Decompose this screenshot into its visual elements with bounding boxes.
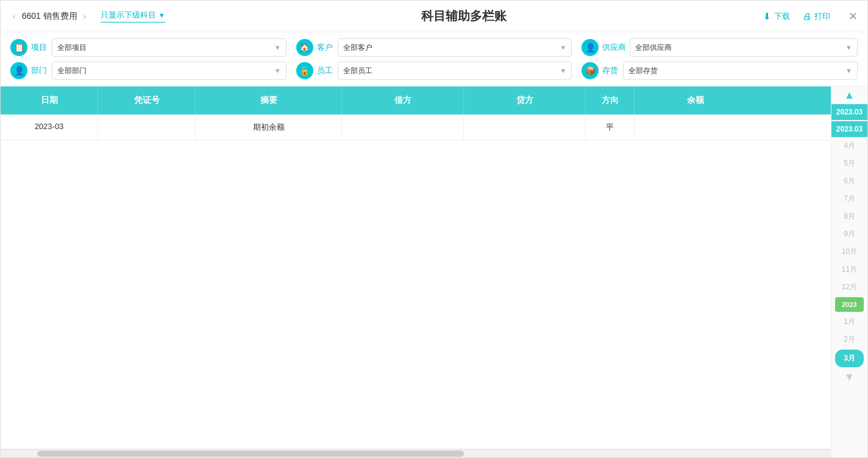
col-credit: 贷方	[464, 86, 586, 114]
col-summary: 摘要	[196, 86, 342, 114]
next-arrow[interactable]: ›	[81, 10, 89, 23]
filter-employee: 🔒 员工 全部员工 ▼	[296, 62, 572, 80]
inventory-select[interactable]: 全部存货 ▼	[623, 62, 858, 80]
inventory-chevron-icon: ▼	[845, 67, 852, 74]
cell-summary: 期初余额	[196, 114, 342, 140]
department-icon: 👤	[10, 62, 27, 79]
cell-debit	[342, 114, 464, 140]
prev-arrow[interactable]: ‹	[10, 10, 18, 23]
timeline-header-1: 2023.03	[831, 104, 867, 120]
page-title: 科目辅助多栏账	[165, 8, 763, 24]
download-label: 下载	[774, 11, 790, 22]
department-select[interactable]: 全部部门 ▼	[52, 62, 286, 80]
col-date: 日期	[1, 86, 98, 114]
inventory-label: 存货	[602, 65, 619, 76]
col-debit: 借方	[342, 86, 464, 114]
table-area: 日期 凭证号 摘要 借方 贷方 方向 余额 2023-03 期初余额 平	[1, 86, 831, 457]
inventory-value: 全部存货	[628, 66, 658, 76]
employee-select[interactable]: 全部员工 ▼	[338, 62, 572, 80]
supplier-select[interactable]: 全部供应商 ▼	[630, 38, 858, 57]
print-label: 打印	[814, 11, 830, 22]
table-body: 2023-03 期初余额 平	[1, 114, 831, 449]
cell-credit	[464, 114, 586, 140]
department-value: 全部部门	[57, 66, 87, 76]
timeline-month-1[interactable]: 1月	[831, 313, 867, 331]
filter-department: 👤 部门 全部部门 ▼	[10, 62, 286, 80]
timeline-year-2023[interactable]: 2023	[835, 297, 864, 312]
cell-balance	[635, 114, 756, 140]
supplier-value: 全部供应商	[635, 43, 672, 53]
timeline-month-7[interactable]: 7月	[831, 190, 867, 208]
project-select[interactable]: 全部项目 ▼	[52, 38, 286, 57]
department-label: 部门	[31, 65, 48, 76]
col-balance: 余额	[635, 86, 756, 114]
department-chevron-icon: ▼	[274, 67, 281, 74]
chevron-down-icon: ▼	[158, 12, 165, 19]
nav-left: ‹ 6601 销售费用 › 只显示下级科目 ▼	[10, 10, 165, 23]
timeline-panel: ▲ 2023.03 2023.03 4月 5月 6月 7月 8月 9月 10月 …	[831, 86, 867, 457]
supplier-icon: 👤	[582, 39, 599, 56]
project-chevron-icon: ▼	[274, 44, 281, 51]
employee-value: 全部员工	[343, 66, 372, 76]
filter-project: 📋 项目 全部项目 ▼	[10, 38, 286, 57]
filter-customer: 🏠 客户 全部客户 ▼	[296, 38, 572, 57]
account-code: 6601 销售费用	[22, 11, 77, 22]
main-content: 日期 凭证号 摘要 借方 贷方 方向 余额 2023-03 期初余额 平	[1, 86, 867, 457]
project-label: 项目	[31, 42, 48, 53]
customer-icon: 🏠	[296, 39, 313, 56]
filter-bar: 📋 项目 全部项目 ▼ 🏠 客户 全部客户 ▼ 👤 供应商 全部供应商 ▼	[1, 32, 867, 86]
col-direction: 方向	[586, 86, 635, 114]
timeline-month-12[interactable]: 12月	[831, 278, 867, 296]
customer-label: 客户	[317, 42, 334, 53]
cell-date: 2023-03	[1, 114, 98, 140]
timeline-month-4[interactable]: 4月	[831, 137, 867, 155]
print-button[interactable]: 🖨 打印	[802, 11, 830, 22]
top-bar: ‹ 6601 销售费用 › 只显示下级科目 ▼ 科目辅助多栏账 ⬇ 下载 🖨 打…	[1, 1, 867, 32]
col-voucher: 凭证号	[98, 86, 196, 114]
timeline-month-6[interactable]: 6月	[831, 172, 867, 190]
download-button[interactable]: ⬇ 下载	[763, 11, 790, 22]
timeline-down-arrow[interactable]: ▼	[831, 368, 867, 386]
timeline-month-5[interactable]: 5月	[831, 155, 867, 172]
employee-chevron-icon: ▼	[560, 67, 566, 74]
print-icon: 🖨	[802, 11, 811, 21]
timeline-up-arrow[interactable]: ▲	[831, 86, 867, 104]
table-header: 日期 凭证号 摘要 借方 贷方 方向 余额	[1, 86, 831, 114]
timeline-month-8[interactable]: 8月	[831, 208, 867, 225]
show-sub-button[interactable]: 只显示下级科目 ▼	[101, 10, 165, 23]
timeline-header-2: 2023.03	[831, 121, 867, 137]
toolbar-right: ⬇ 下载 🖨 打印 ✕	[763, 10, 858, 23]
customer-chevron-icon: ▼	[560, 44, 566, 51]
employee-label: 员工	[317, 65, 334, 76]
scrollbar-thumb[interactable]	[37, 451, 464, 457]
employee-icon: 🔒	[296, 62, 313, 79]
supplier-label: 供应商	[602, 42, 626, 53]
show-sub-label: 只显示下级科目	[101, 10, 156, 21]
project-value: 全部项目	[57, 43, 87, 53]
supplier-chevron-icon: ▼	[845, 44, 852, 51]
close-button[interactable]: ✕	[848, 10, 858, 23]
customer-value: 全部客户	[343, 43, 372, 53]
table-row: 2023-03 期初余额 平	[1, 114, 831, 141]
main-window: ‹ 6601 销售费用 › 只显示下级科目 ▼ 科目辅助多栏账 ⬇ 下载 🖨 打…	[0, 0, 868, 458]
customer-select[interactable]: 全部客户 ▼	[338, 38, 572, 57]
inventory-icon: 📦	[582, 62, 599, 79]
cell-voucher	[98, 114, 196, 140]
timeline-month-10[interactable]: 10月	[831, 243, 867, 261]
cell-direction: 平	[586, 114, 635, 140]
filter-inventory: 📦 存货 全部存货 ▼	[582, 62, 858, 80]
timeline-month-3-active[interactable]: 3月	[835, 350, 864, 367]
download-icon: ⬇	[763, 11, 771, 22]
timeline-month-9[interactable]: 9月	[831, 225, 867, 243]
timeline-month-2[interactable]: 2月	[831, 331, 867, 348]
project-icon: 📋	[10, 39, 27, 56]
horizontal-scrollbar[interactable]	[1, 449, 831, 457]
filter-supplier: 👤 供应商 全部供应商 ▼	[582, 38, 858, 57]
timeline-month-11[interactable]: 11月	[831, 261, 867, 278]
